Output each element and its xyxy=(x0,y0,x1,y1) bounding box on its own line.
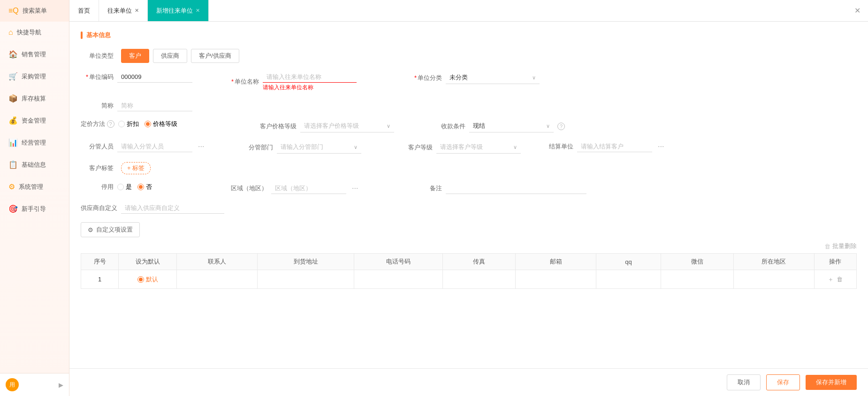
td-contact[interactable] xyxy=(177,270,258,289)
form-row-pricing: 定价方法 ? 折扣 价格等级 客户价格等级 xyxy=(81,120,857,132)
sidebar-item-newbie[interactable]: 🎯 新手引导 xyxy=(0,198,69,220)
remark-input[interactable] xyxy=(446,183,586,194)
tab-partner[interactable]: 往来单位 ✕ xyxy=(99,0,148,21)
dept-select[interactable]: 请输入分管部门 ∨ xyxy=(277,141,361,154)
region-more-button[interactable]: ··· xyxy=(350,184,360,193)
sidebar-expand-icon[interactable]: ▶ xyxy=(59,381,63,388)
save-new-button[interactable]: 保存并新增 xyxy=(806,375,857,390)
radio-disabled-yes[interactable]: 是 xyxy=(117,183,132,191)
sidebar-label-system: 系统管理 xyxy=(19,183,43,191)
unit-code-input[interactable] xyxy=(117,71,192,83)
radio-disabled-no[interactable]: 否 xyxy=(137,183,152,191)
tab-home[interactable]: 首页 xyxy=(69,0,99,21)
sidebar-item-operation[interactable]: 📊 经营管理 xyxy=(0,132,69,154)
td-default-label: 默认 xyxy=(146,275,158,284)
short-name-label: 简称 xyxy=(81,101,114,110)
sidebar-item-search[interactable]: ≡Q 搜索菜单 xyxy=(0,0,69,22)
sidebar: ≡Q 搜索菜单 ⌂ 快捷导航 🏠 销售管理 🛒 采购管理 📦 库存核算 💰 资金… xyxy=(0,0,69,396)
radio-disabled-no-circle xyxy=(137,184,144,190)
add-tag-button[interactable]: + 标签 xyxy=(121,162,151,174)
unit-category-select[interactable]: 未分类 ∨ xyxy=(446,71,540,84)
radio-disabled-yes-label: 是 xyxy=(126,183,132,191)
disabled-label: 停用 xyxy=(81,183,114,191)
add-row-button[interactable]: ＋ xyxy=(828,275,834,284)
radio-discount[interactable]: 折扣 xyxy=(118,120,139,128)
system-icon: ⚙ xyxy=(8,182,15,191)
batch-delete-icon: 🗑 xyxy=(824,243,830,250)
td-address[interactable] xyxy=(258,270,354,289)
td-email[interactable] xyxy=(516,270,596,289)
tab-partner-close[interactable]: ✕ xyxy=(135,8,139,14)
sidebar-item-quicknav[interactable]: ⌂ 快捷导航 xyxy=(0,22,69,43)
customer-level-select[interactable]: 请选择客户等级 ∨ xyxy=(436,141,521,154)
cancel-button[interactable]: 取消 xyxy=(727,374,761,390)
th-fax: 传真 xyxy=(443,254,516,270)
operation-icon: 📊 xyxy=(8,138,18,147)
type-btn-both[interactable]: 客户/供应商 xyxy=(191,49,239,63)
unit-name-input[interactable] xyxy=(263,71,357,83)
td-qq-input[interactable] xyxy=(614,274,642,285)
th-contact: 联系人 xyxy=(177,254,258,270)
td-wechat-input[interactable] xyxy=(681,274,714,285)
form-group-remark: 备注 xyxy=(409,183,857,194)
custom-settings-label: 自定义项设置 xyxy=(96,225,133,234)
td-default-radio[interactable]: 默认 xyxy=(137,275,158,284)
payment-terms-select[interactable]: 现结 ∨ xyxy=(469,120,554,132)
region-input[interactable] xyxy=(271,183,346,194)
sidebar-label-purchase: 采购管理 xyxy=(22,72,46,81)
supplier-custom-input[interactable] xyxy=(121,202,224,214)
manager-more-button[interactable]: ··· xyxy=(196,142,206,151)
tab-home-label: 首页 xyxy=(78,7,90,15)
radio-discount-circle xyxy=(118,121,125,127)
td-region-input[interactable] xyxy=(755,274,792,285)
td-phone-input[interactable] xyxy=(377,274,419,285)
window-close-button[interactable]: ✕ xyxy=(847,6,868,15)
delete-row-button[interactable]: 🗑 xyxy=(837,276,843,283)
type-btn-customer[interactable]: 客户 xyxy=(121,49,149,63)
td-email-input[interactable] xyxy=(537,274,575,285)
action-footer: 取消 保存 保存并新增 xyxy=(69,368,868,396)
sidebar-item-sales[interactable]: 🏠 销售管理 xyxy=(0,43,69,65)
custom-settings-button[interactable]: ⚙ 自定义项设置 xyxy=(81,222,140,237)
type-btn-supplier[interactable]: 供应商 xyxy=(153,49,187,63)
td-wechat[interactable] xyxy=(661,270,733,289)
section-title-text: 基本信息 xyxy=(86,31,111,39)
sidebar-item-purchase[interactable]: 🛒 采购管理 xyxy=(0,65,69,87)
short-name-input[interactable] xyxy=(117,100,192,111)
td-fax-input[interactable] xyxy=(463,274,495,285)
settlement-more-button[interactable]: ··· xyxy=(656,142,666,151)
batch-delete-label[interactable]: 批量删除 xyxy=(832,242,857,250)
th-id: 序号 xyxy=(81,254,119,270)
td-fax[interactable] xyxy=(443,270,516,289)
td-contact-input[interactable] xyxy=(198,274,236,285)
customer-level-placeholder: 请选择客户等级 xyxy=(440,143,483,151)
td-address-input[interactable] xyxy=(282,274,329,285)
form-group-shortname: 简称 xyxy=(81,100,231,111)
manager-input[interactable] xyxy=(117,141,192,152)
customer-pricelevel-select[interactable]: 请选择客户价格等级 ∨ xyxy=(300,120,394,132)
tab-new-partner-close[interactable]: ✕ xyxy=(196,8,200,14)
tab-new-partner[interactable]: 新增往来单位 ✕ xyxy=(148,0,209,21)
radio-pricelevel[interactable]: 价格等级 xyxy=(145,120,177,128)
dept-placeholder: 请输入分管部门 xyxy=(281,143,323,151)
sidebar-item-basic[interactable]: 📋 基础信息 xyxy=(0,154,69,176)
payment-terms-help-icon[interactable]: ? xyxy=(557,123,565,130)
save-button[interactable]: 保存 xyxy=(766,374,800,390)
settlement-input[interactable] xyxy=(577,141,652,152)
unit-name-field-wrapper: 请输入往来单位名称 xyxy=(263,71,357,92)
sidebar-bottom: 用 ▶ xyxy=(0,373,69,396)
form-group-payment-terms: 收款条件 现结 ∨ ? xyxy=(437,120,616,132)
sidebar-item-finance[interactable]: 💰 资金管理 xyxy=(0,109,69,132)
form-group-settlement: 结算单位 ··· xyxy=(541,141,857,152)
finance-icon: 💰 xyxy=(8,116,18,125)
pricing-help-icon[interactable]: ? xyxy=(107,120,114,128)
td-qq[interactable] xyxy=(596,270,661,289)
th-region: 所在地区 xyxy=(733,254,814,270)
remark-label: 备注 xyxy=(409,184,442,193)
sidebar-item-inventory[interactable]: 📦 库存核算 xyxy=(0,87,69,109)
sidebar-item-system[interactable]: ⚙ 系统管理 xyxy=(0,176,69,198)
td-region[interactable] xyxy=(733,270,814,289)
td-phone[interactable] xyxy=(354,270,443,289)
unit-category-arrow: ∨ xyxy=(532,75,536,81)
user-avatar: 用 xyxy=(6,378,19,391)
